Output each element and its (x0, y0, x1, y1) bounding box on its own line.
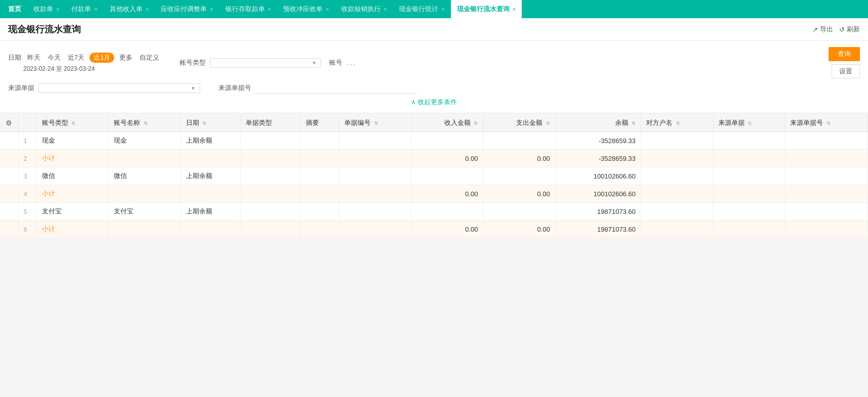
cell-source-doc (713, 220, 785, 238)
nav-tab-cash-bank-stat[interactable]: 现金银行统计× (393, 0, 450, 18)
shortcut-custom[interactable]: 自定义 (138, 53, 161, 63)
cell-income: 0.00 (411, 150, 483, 167)
source-doc-label: 来源单据 (8, 83, 34, 93)
th-expense-label: 支出金额 (516, 119, 542, 126)
shortcut-today[interactable]: 今天 (45, 53, 63, 63)
cell-doc-no (339, 203, 412, 220)
th-source-doc-no[interactable]: 来源单据号 ⇅ (785, 114, 868, 132)
cell-income (411, 167, 483, 185)
nav-tab-receipt[interactable]: 收款单× (27, 0, 65, 18)
th-source-doc-label: 来源单据 (718, 119, 745, 126)
gear-icon[interactable]: ⚙ (6, 119, 12, 127)
cell-date: 上期余额 (180, 132, 241, 150)
shortcut-7days[interactable]: 近7天 (66, 53, 86, 63)
close-icon[interactable]: × (326, 6, 329, 12)
page-header: 现金银行流水查询 ↗ 导出 ↺ 刷新 (0, 18, 868, 41)
cell-checkbox (0, 220, 18, 238)
cell-checkbox (0, 185, 18, 203)
cell-source-doc (713, 203, 785, 220)
date-label: 日期 (8, 53, 21, 62)
table-settings-col[interactable]: ⚙ (0, 114, 18, 132)
close-icon[interactable]: × (268, 6, 271, 12)
cell-source-doc-no (785, 203, 868, 220)
cell-balance: -3528659.33 (555, 150, 641, 167)
th-row-num (18, 114, 36, 132)
close-icon[interactable]: × (441, 6, 444, 12)
cell-income (411, 132, 483, 150)
th-balance[interactable]: 余额 ⇅ (555, 114, 641, 132)
table-body: 1现金现金上期余额-3528659.332小计0.000.00-3528659.… (0, 132, 868, 238)
cell-num: 2 (18, 150, 36, 167)
cell-doc-no (339, 185, 412, 203)
date-shortcuts: 昨天 今天 近7天 近1月 更多 自定义 (25, 53, 161, 63)
export-button[interactable]: ↗ 导出 (812, 25, 833, 34)
th-doc-type-label: 单据类型 (246, 119, 272, 126)
th-account-type[interactable]: 账号类型 ⇅ (36, 114, 109, 132)
th-doc-no[interactable]: 单据编号 ⇅ (339, 114, 412, 132)
page-title: 现金银行流水查询 (8, 23, 81, 35)
th-summary-label: 摘要 (306, 119, 319, 126)
cell-balance: 19871073.60 (555, 220, 641, 238)
th-account-name-label: 账号名称 (114, 119, 140, 126)
th-counterpart[interactable]: 对方户名 ⇅ (641, 114, 713, 132)
cell-date: 上期余额 (180, 203, 241, 220)
cell-account-name (109, 185, 181, 203)
shortcut-1month[interactable]: 近1月 (89, 53, 114, 63)
settings-button[interactable]: 设置 (832, 64, 860, 78)
source-doc-no-input[interactable] (255, 82, 417, 94)
cell-balance: -3528659.33 (555, 132, 641, 150)
nav-tab-ar-ap-adjust[interactable]: 应收应付调整单× (155, 0, 219, 18)
query-button[interactable]: 查询 (829, 47, 860, 61)
cell-doc-type (241, 150, 301, 167)
th-date[interactable]: 日期 ⇅ (180, 114, 241, 132)
cell-counterpart (641, 203, 713, 220)
th-source-doc[interactable]: 来源单据 ⇅ (713, 114, 785, 132)
account-label: 账号 (329, 58, 342, 67)
cell-source-doc (713, 150, 785, 167)
th-expense[interactable]: 支出金额 ⇅ (483, 114, 556, 132)
account-dots[interactable]: ... (346, 58, 356, 67)
shortcut-yesterday[interactable]: 昨天 (25, 53, 42, 63)
sort-icon-source-doc: ⇅ (748, 120, 752, 126)
cell-summary (300, 220, 339, 238)
close-icon[interactable]: × (56, 6, 59, 12)
nav-tab-prepay-offset[interactable]: 预收冲应收单× (277, 0, 335, 18)
shortcut-more[interactable]: 更多 (117, 53, 134, 63)
cell-expense (483, 203, 556, 220)
cell-account-name: 微信 (109, 167, 181, 185)
cell-num: 5 (18, 203, 36, 220)
collapse-bar[interactable]: ∧ 收起更多条件 (8, 96, 860, 109)
close-icon[interactable]: × (146, 6, 149, 12)
cell-expense: 0.00 (483, 150, 556, 167)
nav-tab-receipt-verify[interactable]: 收款核销执行× (335, 0, 393, 18)
nav-tab-bank-deposit[interactable]: 银行存取款单× (219, 0, 277, 18)
filter-row-1: 日期 昨天 今天 近7天 近1月 更多 自定义 2023-02-24 至 202… (8, 47, 860, 78)
export-icon: ↗ (812, 26, 818, 33)
th-account-type-label: 账号类型 (42, 119, 68, 126)
close-icon[interactable]: × (384, 6, 387, 12)
cell-num: 1 (18, 132, 36, 150)
table-row: 4小计0.000.00100102606.60 (0, 185, 868, 203)
close-icon[interactable]: × (513, 6, 516, 12)
cell-account-name: 支付宝 (109, 203, 181, 220)
sort-icon-counterpart: ⇅ (676, 120, 680, 126)
refresh-button[interactable]: ↺ 刷新 (839, 25, 860, 34)
th-counterpart-label: 对方户名 (646, 119, 672, 126)
nav-tab-home[interactable]: 首页 (2, 0, 27, 18)
account-type-select[interactable]: ▼ (210, 58, 321, 68)
source-doc-select[interactable]: ▼ (38, 83, 200, 93)
cell-num: 3 (18, 167, 36, 185)
sort-icon-account-name: ⇅ (144, 120, 148, 126)
account-type-dropdown-icon: ▼ (312, 60, 317, 66)
nav-tab-other-income[interactable]: 其他收入单× (104, 0, 155, 18)
th-income[interactable]: 收入金额 ⇅ (411, 114, 483, 132)
cell-summary (300, 185, 339, 203)
nav-tab-cash-bank-query[interactable]: 现金银行流水查询× (451, 0, 522, 18)
table-row: 1现金现金上期余额-3528659.33 (0, 132, 868, 150)
close-icon[interactable]: × (210, 6, 213, 12)
th-account-name[interactable]: 账号名称 ⇅ (109, 114, 181, 132)
nav-tab-payment[interactable]: 付款单× (65, 0, 103, 18)
close-icon[interactable]: × (94, 6, 97, 12)
cell-doc-type (241, 203, 301, 220)
cell-expense (483, 132, 556, 150)
